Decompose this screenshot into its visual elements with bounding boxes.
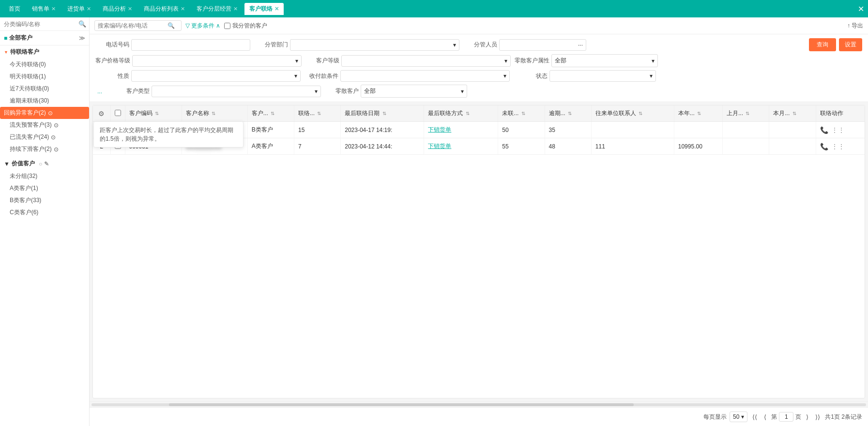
select-all-checkbox[interactable] <box>115 110 121 116</box>
filter-row-2: 客户价格等级 客户等级 零散客户属性 全部 <box>95 54 862 67</box>
nav-tab-customer-contact[interactable]: 客户联络 ✕ <box>244 3 284 15</box>
th-type-sort[interactable]: ⇅ <box>271 111 274 116</box>
th-this-year-sort[interactable]: ⇅ <box>697 111 701 116</box>
scrollbar-thumb[interactable] <box>169 403 634 406</box>
filter-payment-label: 收付款条件 <box>305 72 338 80</box>
filter-retail-attr-label: 零散客户属性 <box>515 57 549 65</box>
nav-tab-purchase-close[interactable]: ✕ <box>87 6 91 12</box>
cell-last-method-1-link[interactable]: 下销货单 <box>428 126 451 133</box>
filter-status-select[interactable] <box>549 70 656 82</box>
query-btn[interactable]: 查询 <box>809 38 836 51</box>
nav-tab-analysis-list-close[interactable]: ✕ <box>181 6 185 12</box>
filter-row-1: 电话号码 分管部门 分管人员 ··· <box>95 38 862 51</box>
page-last-btn[interactable]: ⟩⟩ <box>813 412 822 422</box>
per-page-value: 50 <box>733 413 739 420</box>
nav-tab-customer-mgmt-close[interactable]: ✕ <box>233 6 238 12</box>
sidebar-item-class-b[interactable]: B类客户(33) <box>0 194 89 206</box>
th-contact-sort[interactable]: ⇅ <box>317 111 321 116</box>
filter-row-3: 性质 收付款条件 状态 <box>95 70 862 82</box>
filter-customer-type-select[interactable] <box>152 86 321 97</box>
filter-payment-select[interactable] <box>340 70 510 82</box>
export-btn[interactable]: ↑ 导出 <box>847 22 863 30</box>
nav-tab-sales[interactable]: 销售单 ✕ <box>27 3 61 15</box>
filter-retail-customer: 零散客户 全部 <box>325 85 480 98</box>
filter-manager-select[interactable]: ··· <box>499 39 586 51</box>
total-info: 共1页 2条记录 <box>825 413 862 421</box>
sidebar-value-add-icon[interactable]: ✎ <box>44 161 49 167</box>
my-customers-checkbox[interactable] <box>224 23 230 29</box>
cell-overdue-1: 35 <box>545 122 591 138</box>
filter-phone-input[interactable] <box>131 39 250 51</box>
sidebar-item-ungrouped-label: 未分组(32) <box>10 172 37 180</box>
action-icons-1: 📞 ⋮⋮ <box>820 126 861 134</box>
action-more-icon-1[interactable]: ⋮⋮ <box>831 126 845 134</box>
per-page-select[interactable]: 50 <box>730 411 747 422</box>
settings-btn[interactable]: 设置 <box>839 38 862 51</box>
cell-last-method-2-link[interactable]: 下销货单 <box>428 143 451 149</box>
sidebar-item-today[interactable]: 今天待联络(0) <box>0 59 89 71</box>
search-input[interactable] <box>98 22 166 29</box>
nav-tab-analysis-close[interactable]: ✕ <box>128 6 132 12</box>
cell-type-1: B类客户 <box>247 122 294 138</box>
filter-retail-customer-select[interactable]: 全部 <box>361 85 467 98</box>
th-last-month-sort[interactable]: ⇅ <box>746 111 749 116</box>
sidebar-value-edit-icon[interactable]: ○ <box>39 161 42 167</box>
search-icon[interactable]: 🔍 <box>168 22 175 29</box>
sidebar-item-7days[interactable]: 近7天待联络(0) <box>0 83 89 95</box>
filter-payment: 收付款条件 <box>305 70 510 82</box>
sidebar-item-declining[interactable]: 持续下滑客户(2) ⊙ <box>0 143 89 155</box>
action-call-icon-1[interactable]: 📞 <box>820 126 828 134</box>
nav-tab-analysis[interactable]: 商品分析 ✕ <box>98 3 137 15</box>
sidebar-item-tomorrow[interactable]: 明天待联络(1) <box>0 71 89 83</box>
sidebar-collapse-icon[interactable]: ≫ <box>79 35 85 42</box>
page-input[interactable] <box>779 412 793 422</box>
th-last-date-sort[interactable]: ⇅ <box>382 111 386 116</box>
window-close-icon[interactable]: ✕ <box>858 4 864 14</box>
filter-more-btn[interactable]: ... <box>97 88 102 95</box>
action-call-icon-2[interactable]: 📞 <box>820 143 828 150</box>
table-settings-icon[interactable]: ⚙ <box>98 110 105 118</box>
more-conditions-btn[interactable]: ▽ 更多条件 ∧ <box>185 22 220 30</box>
th-pending-sort[interactable]: ⇅ <box>521 111 525 116</box>
th-contact-person-sort[interactable]: ⇅ <box>639 111 642 116</box>
th-name-sort[interactable]: ⇅ <box>212 111 215 116</box>
action-more-icon-2[interactable]: ⋮⋮ <box>831 143 845 150</box>
nav-tab-customer-mgmt[interactable]: 客户分层经营 ✕ <box>192 3 243 15</box>
nav-tab-home[interactable]: 首页 <box>4 3 25 15</box>
th-last-month-label: 上月... <box>727 110 743 117</box>
sidebar-item-class-c[interactable]: C类客户(6) <box>0 206 89 219</box>
nav-tab-sales-close[interactable]: ✕ <box>51 6 56 12</box>
filter-gender-select[interactable] <box>131 70 301 82</box>
sidebar-item-repurchase[interactable]: 回购异常客户(2) ⊙ <box>0 107 89 119</box>
sidebar-search-input[interactable] <box>4 21 76 28</box>
nav-tab-customer-contact-close[interactable]: ✕ <box>274 6 279 12</box>
filter-customer-level-select[interactable] <box>341 55 511 67</box>
sidebar-pending-group-title[interactable]: ▼ 待联络客户 <box>0 45 89 59</box>
sidebar-item-class-a[interactable]: A类客户(1) <box>0 182 89 194</box>
cell-last-month-1 <box>723 122 769 138</box>
th-this-month-sort[interactable]: ⇅ <box>792 111 796 116</box>
sidebar-item-overdue[interactable]: 逾期未联络(30) <box>0 95 89 107</box>
page-first-btn[interactable]: ⟨⟨ <box>750 412 759 422</box>
sidebar-value-group-title[interactable]: ▼ 价值客户 ○ ✎ <box>0 157 89 170</box>
filter-dept-select[interactable] <box>290 39 459 51</box>
page-next-btn[interactable]: ⟩ <box>804 412 810 422</box>
nav-tab-purchase[interactable]: 进货单 ✕ <box>62 3 96 15</box>
filter-price-level-select[interactable] <box>132 55 302 67</box>
cell-contact-1: 15 <box>294 122 340 138</box>
sidebar-item-loss-warning[interactable]: 流失预警客户(3) ⊙ <box>0 119 89 131</box>
th-overdue-sort[interactable]: ⇅ <box>568 111 572 116</box>
sidebar-search-icon[interactable]: 🔍 <box>78 20 86 28</box>
sidebar-item-lost[interactable]: 已流失客户(24) ⊙ <box>0 131 89 143</box>
page-prev-btn[interactable]: ⟨ <box>762 412 768 422</box>
sidebar-item-ungrouped[interactable]: 未分组(32) <box>0 170 89 182</box>
sidebar-all-customers[interactable]: ■ 全部客户 ≫ <box>0 31 89 45</box>
th-type: 客户... ⇅ <box>247 105 294 122</box>
nav-tab-analysis-list[interactable]: 商品分析列表 ✕ <box>139 3 190 15</box>
th-code-sort[interactable]: ⇅ <box>155 111 159 116</box>
customer-level-chevron-icon <box>504 58 507 64</box>
horizontal-scrollbar[interactable] <box>90 401 868 407</box>
filter-status: 状态 <box>514 70 669 82</box>
filter-retail-attr-select[interactable]: 全部 <box>551 54 658 67</box>
th-last-method-sort[interactable]: ⇅ <box>466 111 470 116</box>
